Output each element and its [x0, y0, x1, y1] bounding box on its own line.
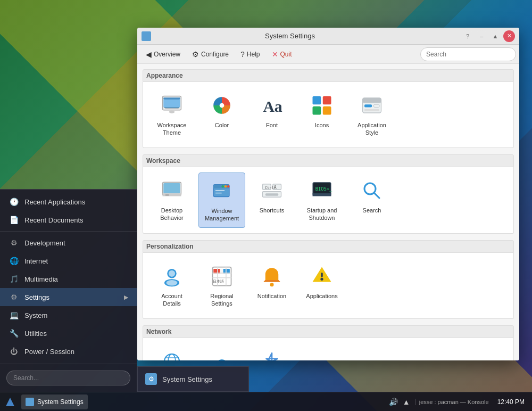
app-style-icon: [359, 93, 385, 118]
recent-documents-item[interactable]: 📄 Recent Documents: [0, 211, 137, 229]
settings-submenu: ⚙ System Settings: [137, 366, 249, 392]
search-input[interactable]: [420, 47, 516, 61]
regional-settings-item[interactable]: 日本語 RegionalSettings: [198, 258, 245, 313]
application-style-item[interactable]: ApplicationStyle: [348, 87, 395, 142]
svg-point-46: [169, 270, 175, 277]
network-settings-item[interactable]: Settings: [148, 343, 195, 360]
svg-rect-13: [323, 106, 331, 115]
maximize-button[interactable]: ▲: [489, 30, 501, 42]
svg-rect-30: [215, 190, 225, 191]
font-item[interactable]: Aa Font: [248, 87, 295, 142]
startup-shutdown-icon: BIOS>_: [309, 178, 335, 203]
volume-icon[interactable]: 🔊: [389, 397, 398, 407]
system-item[interactable]: 💻 System: [0, 306, 137, 324]
svg-rect-26: [213, 186, 229, 188]
svg-point-47: [167, 280, 178, 286]
window-titlebar: System Settings ? – ▲ ✕: [137, 28, 519, 45]
desktop-behavior-label: DesktopBehavior: [160, 207, 183, 222]
quit-button[interactable]: ✕ Quit: [267, 48, 297, 61]
svg-marker-87: [6, 398, 14, 406]
help-toolbar-button[interactable]: ? Help: [235, 48, 265, 61]
workspace-theme-item[interactable]: WorkspaceTheme: [148, 87, 195, 142]
personalization-body: AccountDetails 日本語: [143, 253, 514, 319]
applications-item[interactable]: Applications: [298, 258, 345, 313]
overview-label: Overview: [154, 51, 180, 58]
color-item[interactable]: Color: [198, 87, 245, 142]
recent-documents-label: Recent Documents: [24, 216, 84, 224]
start-bottom: [0, 364, 137, 392]
back-icon: ◀: [146, 50, 152, 59]
start-menu-items: 🕐 Recent Applications 📄 Recent Documents…: [0, 190, 137, 364]
workspace-header: Workspace: [143, 154, 514, 167]
help-label: Help: [247, 51, 260, 58]
power-session-item[interactable]: ⏻ Power / Session: [0, 342, 137, 360]
account-details-item[interactable]: AccountDetails: [148, 258, 195, 313]
notification-icon: [259, 264, 285, 289]
svg-rect-16: [363, 101, 381, 103]
appearance-section: Appearance WorkspaceTheme: [143, 69, 514, 148]
svg-rect-53: [213, 277, 231, 278]
svg-rect-3: [163, 97, 180, 100]
network-tray-icon[interactable]: ▲: [402, 397, 411, 407]
svg-point-59: [320, 278, 323, 281]
svg-rect-31: [215, 192, 222, 193]
icons-label: Icons: [315, 121, 329, 129]
system-settings-window: System Settings ? – ▲ ✕ ◀ Overview ⚙ Con…: [137, 28, 519, 360]
svg-rect-17: [364, 104, 372, 107]
taskbar-window-button[interactable]: System Settings: [21, 394, 88, 409]
svg-rect-23: [165, 194, 169, 196]
svg-point-27: [227, 185, 229, 187]
bluetooth-item[interactable]: Bluetooth: [248, 343, 295, 360]
help-button[interactable]: ?: [462, 30, 473, 42]
workspace-theme-label: WorkspaceTheme: [157, 121, 187, 137]
window-app-icon: [142, 31, 151, 41]
workspace-theme-icon: [159, 93, 185, 118]
svg-point-28: [225, 185, 227, 187]
utilities-item[interactable]: 🔧 Utilities: [0, 324, 137, 342]
desktop-behavior-item[interactable]: DesktopBehavior: [148, 172, 195, 228]
svg-text:BIOS>_: BIOS>_: [315, 186, 332, 192]
overview-button[interactable]: ◀ Overview: [140, 48, 186, 61]
notification-item[interactable]: Notification: [248, 258, 295, 313]
development-icon: ⚙: [9, 237, 19, 248]
startup-shutdown-item[interactable]: BIOS>_ Startup andShutdown: [298, 172, 345, 228]
workspace-section: Workspace DesktopBehavior: [143, 154, 514, 234]
quit-icon: ✕: [272, 50, 278, 59]
console-text: jesse : pacman — Konsole: [415, 399, 492, 405]
svg-point-29: [222, 185, 224, 187]
connectivity-item[interactable]: Connectivity: [198, 343, 245, 360]
system-settings-submenu-item[interactable]: ⚙ System Settings: [138, 369, 248, 389]
configure-button[interactable]: ⚙ Configure: [187, 48, 234, 61]
color-icon: [209, 93, 235, 118]
settings-menu-icon: ⚙: [9, 292, 19, 302]
window-management-item[interactable]: WindowManagement: [198, 172, 245, 228]
shortcuts-item[interactable]: Ctrl A Shortcuts: [248, 172, 295, 228]
start-button[interactable]: [2, 394, 18, 410]
recent-applications-item[interactable]: 🕐 Recent Applications: [0, 193, 137, 211]
window-management-label: WindowManagement: [205, 207, 239, 223]
minimize-button[interactable]: –: [476, 30, 487, 42]
multimedia-menu-item[interactable]: 🎵 Multimedia: [0, 270, 137, 288]
taskbar: System Settings 🔊 ▲ jesse : pacman — Kon…: [0, 392, 532, 411]
app-style-label: ApplicationStyle: [358, 121, 386, 137]
quit-label: Quit: [280, 51, 292, 58]
utilities-label: Utilities: [24, 330, 47, 338]
development-item[interactable]: ⚙ Development: [0, 234, 137, 252]
icons-item[interactable]: Icons: [298, 87, 345, 142]
bluetooth-icon: [259, 349, 285, 360]
development-label: Development: [24, 239, 65, 247]
settings-menu-item[interactable]: ⚙ Settings ▶: [0, 288, 137, 306]
system-settings-submenu-icon: ⚙: [145, 373, 157, 385]
svg-rect-19: [364, 109, 379, 111]
account-details-label: AccountDetails: [161, 292, 182, 308]
close-button[interactable]: ✕: [503, 30, 515, 42]
svg-text:A: A: [274, 184, 277, 190]
internet-item[interactable]: 🌐 Internet: [0, 252, 137, 270]
internet-label: Internet: [24, 257, 48, 265]
start-search-input[interactable]: [6, 371, 130, 385]
applications-icon: [309, 264, 335, 289]
svg-line-43: [374, 193, 379, 198]
internet-icon: 🌐: [9, 256, 19, 266]
search-item[interactable]: Search: [348, 172, 395, 228]
power-session-icon: ⏻: [9, 346, 19, 357]
